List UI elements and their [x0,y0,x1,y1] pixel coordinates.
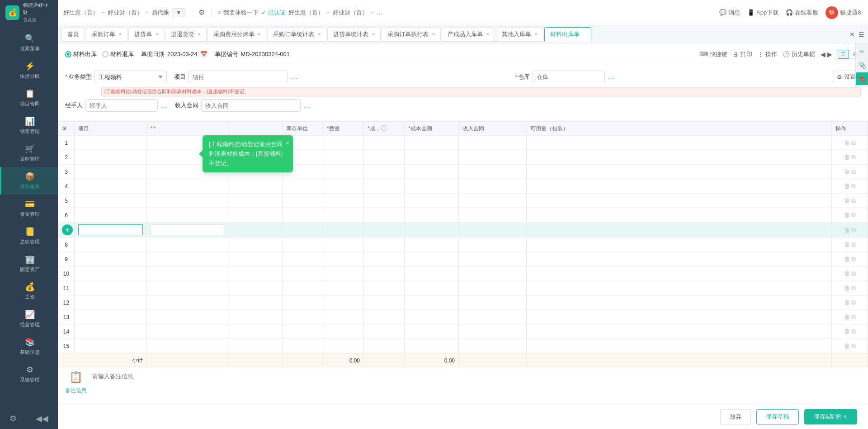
cell-cost-amount-14[interactable] [405,324,459,339]
cell-unit-8[interactable] [283,238,323,252]
delete-icon-15[interactable]: 🗑 [844,342,850,349]
certified-badge[interactable]: ✓ 已认证 [261,9,286,17]
delete-icon-11[interactable]: 🗑 [844,284,850,291]
tab-other-receipt[interactable]: 其他入库单 × [496,27,543,42]
cell-cost-amount-10[interactable] [405,267,459,281]
nav-item-5[interactable]: … [377,9,382,16]
tab-purchase-order-close[interactable]: × [119,32,122,37]
delete-icon-13[interactable]: 🗑 [844,313,850,320]
save-draft-button[interactable]: 保存草稿 [756,409,799,424]
delete-icon-1[interactable]: 🗑 [844,139,850,146]
cell-product-6[interactable] [147,208,228,223]
cell-spec-14[interactable] [228,324,283,339]
copy-icon-12[interactable]: ⧉ [851,299,856,306]
cell-qty-10[interactable] [323,267,364,281]
cell-spec-11[interactable] [228,281,283,296]
cell-spec-13[interactable] [228,310,283,324]
cell-spec-6[interactable] [228,208,283,223]
sidebar-item-project[interactable]: 📋 项目合同 [0,84,58,112]
nav-more-button[interactable]: ▼ [172,8,185,17]
input-project-7[interactable] [78,224,143,235]
cell-available-10[interactable] [527,267,832,281]
cell-product-4[interactable] [147,179,228,194]
cell-spec-8[interactable] [228,238,283,252]
tab-goods-return[interactable]: 进退货货 × [165,27,207,42]
cell-unit-11[interactable] [283,281,323,296]
cell-income-contract-9[interactable] [459,252,527,267]
cell-cost-8[interactable] [364,238,405,252]
cell-qty-2[interactable] [323,150,364,165]
cell-cost-amount-1[interactable] [405,136,459,150]
tab-other-receipt-close[interactable]: × [535,32,538,37]
radio-issue[interactable]: 材料出库 [65,50,97,58]
cell-available-6[interactable] [527,208,832,223]
copy-icon-7[interactable]: ⧉ [851,226,856,234]
cell-qty-11[interactable] [323,281,364,296]
cell-qty-5[interactable] [323,194,364,208]
cell-cost-amount-6[interactable] [405,208,459,223]
cell-qty-1[interactable] [323,136,364,150]
cell-available-15[interactable] [527,339,832,353]
nav-item-2[interactable]: 易代账 [151,9,169,17]
nav-item-3[interactable]: 好生意（首） [288,9,324,17]
copy-icon-4[interactable]: ⧉ [851,182,856,190]
input-product-7[interactable] [151,224,224,235]
trial-button[interactable]: ○ 我要体验一下 [218,9,259,17]
cell-product-10[interactable] [147,267,228,281]
tab-purchase-order[interactable]: 采购订单 × [86,27,127,42]
sidebar-item-salary[interactable]: 💰 工资 [0,277,58,305]
discard-button[interactable]: 放弃 [720,409,751,424]
cell-project-15[interactable] [75,339,147,353]
table-container[interactable]: ⚙ 项目 * 库存单位 *数量 *成... ⓘ *成本金额 收入合同 可用量（包… [58,121,868,367]
cell-income-contract-4[interactable] [459,179,527,194]
warehouse-dots[interactable]: … [608,73,615,81]
cell-income-contract-11[interactable] [459,281,527,296]
app-download-button[interactable]: 📱 App下载 [747,9,778,17]
cell-qty-3[interactable] [323,165,364,179]
cell-income-contract-5[interactable] [459,194,527,208]
tab-goods-stats-close[interactable]: × [372,32,375,37]
cell-spec-12[interactable] [228,296,283,310]
cell-available-12[interactable] [527,296,832,310]
cell-available-3[interactable] [527,165,832,179]
sidebar-item-search[interactable]: 🔍 搜索菜单 [0,29,58,57]
list-view-btn[interactable]: ☰ [838,50,849,59]
cell-cost-amount-3[interactable] [405,165,459,179]
cell-income-contract-13[interactable] [459,310,527,324]
sidebar-item-operations[interactable]: 📈 经营管理 [0,305,58,333]
print-btn[interactable]: 🖨 打印 [733,50,752,58]
delete-icon-3[interactable]: 🗑 [844,168,850,175]
sidebar-item-shortcut[interactable]: ⚡ 快捷导航 [0,57,58,84]
copy-icon-3[interactable]: ⧉ [851,168,856,175]
tab-purchase-exec-close[interactable]: × [432,32,435,37]
cell-available-5[interactable] [527,194,832,208]
cost-info-icon[interactable]: ⓘ [381,125,387,132]
user-menu[interactable]: 畅 畅捷通8: [826,6,863,19]
prev-arrow[interactable]: ◀ [821,51,826,58]
tab-material-issue[interactable]: 材料出库单 × [544,27,592,42]
income-contract-dots[interactable]: … [303,101,311,110]
cell-product-14[interactable] [147,324,228,339]
cell-qty-12[interactable] [323,296,364,310]
tab-goods-receipt[interactable]: 进货单 × [128,27,164,42]
cell-cost-2[interactable] [364,150,405,165]
online-service-button[interactable]: 🎧 在线客服 [786,9,818,17]
cell-spec-7[interactable] [228,223,283,238]
sidebar-item-purchase[interactable]: 🛒 采购管理 [0,139,58,167]
cell-income-contract-3[interactable] [459,165,527,179]
cell-cost-amount-15[interactable] [405,339,459,353]
cell-product-7[interactable] [147,223,228,238]
cell-product-15[interactable] [147,339,228,353]
cell-cost-amount-8[interactable] [405,238,459,252]
collapse-icon[interactable]: ◀◀ [36,414,48,424]
cell-spec-5[interactable] [228,194,283,208]
cell-available-13[interactable] [527,310,832,324]
cell-unit-12[interactable] [283,296,323,310]
cell-qty-7[interactable] [323,223,364,238]
cell-cost-5[interactable] [364,194,405,208]
copy-icon-15[interactable]: ⧉ [851,342,856,349]
cell-cost-14[interactable] [364,324,405,339]
cell-available-14[interactable] [527,324,832,339]
sidebar-item-assets[interactable]: 🏢 固定资产 [0,250,58,277]
cell-cost-6[interactable] [364,208,405,223]
